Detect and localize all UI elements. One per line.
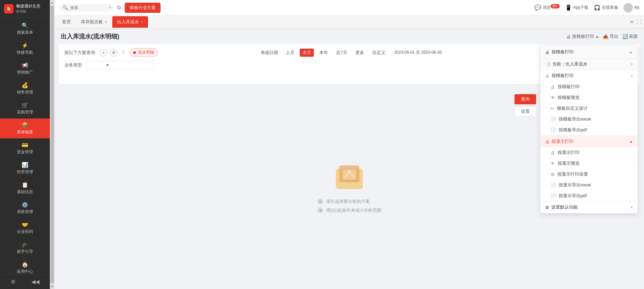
sidebar-item-search[interactable]: 🔍 搜索菜单 [0,19,50,39]
query-button[interactable]: 查询 [515,94,536,104]
print-template-button[interactable]: 🖨 按模板打印 ▲ [566,33,599,40]
online-service-button[interactable]: 🎧 在线客服 [594,4,618,11]
appcenter-icon: 🏠 [22,261,28,268]
sidebar-item-quicknav[interactable]: ⚡ 快捷导航 [0,39,50,59]
sidebar-item-label: 经营管理 [17,169,33,175]
collapse-sidebar-icon[interactable]: ◀◀ [31,279,39,285]
settings-button[interactable]: 设置 [515,106,536,116]
sidebar-item-label: 新手引导 [17,249,33,255]
template-section-title: 🖨 按模板打印 [545,73,574,79]
sidebar-item-system[interactable]: ⚙️ 系统管理 [0,198,50,218]
display-print-item[interactable]: 🖨 按显示打印 [540,147,638,158]
export-button[interactable]: 📤 导出 [603,33,618,40]
sidebar-item-label: 营销推广 [17,70,33,75]
display-export-excel-item[interactable]: 📄 按显示导出excel [540,180,638,190]
sidebar-item-guide[interactable]: 🎓 新手引导 [0,238,50,258]
dropdown-title-label: 按模板打印 [552,49,574,55]
empty-steps: ① 请先选择要分析的方案 ② 用[过滤]条件来缩小分析范围 [317,197,381,215]
sidebar-item-purchase[interactable]: 🛒 采购管理 [0,99,50,119]
industry-solution-button[interactable]: 体验行业方案 [125,3,160,13]
app-download-button[interactable]: 📱 App下载 [565,4,588,11]
flowtype-tag[interactable]: 流水明细 [129,48,158,57]
date-this-year-btn[interactable]: 本年 [317,49,331,57]
template-preview-item[interactable]: 👁 按模板预览 [540,92,638,103]
refresh-button[interactable]: 🔄 刷新 [622,33,638,40]
user-profile-button[interactable]: Rit [623,3,639,12]
scroll-up-arrow[interactable]: ▲ [50,0,55,5]
set-default-footer[interactable]: ⚙ 设置默认功能 ▾ [540,202,638,213]
basic-icon: 📋 [22,182,28,188]
tab-batch[interactable]: 库存批次账 × [76,16,112,28]
message-label: 消息 [543,5,551,10]
close-window-icon[interactable]: ✕ [630,19,634,25]
dropdown-chevron-up[interactable]: ▲ [629,50,633,54]
display-export-excel-icon: 📄 [551,183,556,188]
template-print-section-header[interactable]: 🖨 按模板打印 ▾ [540,70,638,81]
step-2-num: ② [317,207,323,213]
filter-collapse-icon[interactable]: 《 [120,50,125,56]
tab-home[interactable]: 首页 [57,16,76,28]
search-icon: 🔍 [63,5,68,10]
scroll-down-arrow[interactable]: ▼ [50,284,55,289]
date-filter: 上月 本月 本年 近7天 更多 自定义 [283,49,388,57]
display-export-pdf-label: 按显示导出pdf [559,193,587,199]
expand-window-icon[interactable]: ⛶ [637,19,641,25]
topbar-search-box[interactable]: 🔍 ▾ [59,4,113,11]
display-print-section-header[interactable]: 🖨 按显示打印 ▲ [540,136,638,147]
template-section-icon: 🖨 [545,73,550,78]
filter-add-button[interactable]: + [100,49,107,56]
sidebar-item-appcenter[interactable]: 🏠 应用中心 [0,258,50,274]
tab-flowdetail[interactable]: 出入库流水 × [112,16,148,28]
service-icon: 🎧 [594,4,601,11]
sidebar-item-inventory[interactable]: 📦 库存核算 [0,119,50,138]
sidebar-item-basic[interactable]: 📋 基础信息 [0,178,50,198]
sidebar-item-finance[interactable]: 💳 资金管理 [0,138,50,158]
template-print-icon: 🖨 [551,84,555,89]
tab-bar-right: ✕ ⛶ [630,19,641,25]
app-logo: b 畅捷通好生意 标准版 [0,0,50,18]
tab-batch-label: 库存批次账 [81,19,103,25]
settings-gear-icon[interactable]: ⚙ [117,4,121,11]
page-header: 出入库流水(流水明细) 🖨 按模板打印 ▲ 📤 导出 🔄 刷新 [55,28,644,43]
search-input[interactable] [70,5,107,10]
chevron-down-icon: ▾ [109,5,111,10]
template-export-excel-item[interactable]: 📄 按模板导出excel [540,114,638,125]
logo-badge: 标准版 [16,9,40,14]
sidebar-item-label: 系统管理 [17,209,33,215]
template-preview-icon: 👁 [551,95,555,100]
display-preview-item[interactable]: 👁 按显示预览 [540,158,638,169]
settings-bottom-icon[interactable]: ⚙ [11,279,16,285]
sidebar-item-collab[interactable]: 🤝 企业协同 [0,218,50,238]
tab-batch-close-icon[interactable]: × [105,20,107,24]
display-print-settings-item[interactable]: ⚙ 按显示打印设置 [540,169,638,180]
sidebar-item-label: 基础信息 [17,189,33,195]
sidebar-item-operation[interactable]: 📊 经营管理 [0,158,50,178]
sidebar-scrollbar[interactable]: ▲ ▼ [50,0,55,289]
footer-settings-icon: ⚙ [545,205,549,210]
filter-settings-button[interactable]: ⚙ [110,49,117,56]
date-this-month-btn[interactable]: 本月 [300,49,314,57]
sidebar-item-sales[interactable]: 💰 销售管理 [0,79,50,99]
business-type-select[interactable]: ▾ [87,61,154,69]
message-button[interactable]: 💬 消息 99+ [534,4,560,11]
refresh-icon: 🔄 [622,34,628,39]
template-export-pdf-item[interactable]: 📄 按模板导出pdf [540,125,638,135]
display-export-pdf-icon: 📄 [551,193,556,199]
dropdown-current-item[interactable]: 📑 当前：出入库流水 ▾ [540,59,638,70]
template-custom-item[interactable]: ✏ 模板自定义设计 [540,103,638,114]
filter-buttons: 查询 设置 [515,94,536,116]
sidebar-item-label: 销售管理 [17,89,33,95]
sidebar-item-marketing[interactable]: 📢 营销推广 [0,59,50,79]
purchase-icon: 🛒 [22,102,28,108]
scroll-thumb[interactable] [51,6,54,283]
display-export-pdf-item[interactable]: 📄 按显示导出pdf [540,190,638,201]
filter-actions: + ⚙ 《 [100,49,125,56]
date-more-btn[interactable]: 更多 [353,49,367,57]
template-print-item[interactable]: 🖨 按模板打印 [540,81,638,92]
display-section-icon: 🖨 [545,139,550,144]
date-custom-btn[interactable]: 自定义 [370,49,388,57]
tab-flowdetail-close-icon[interactable]: × [141,20,143,24]
date-last-month-btn[interactable]: 上月 [283,49,297,57]
date-last7-btn[interactable]: 近7天 [333,49,350,57]
step-2-text: 用[过滤]条件来缩小分析范围 [326,206,381,215]
